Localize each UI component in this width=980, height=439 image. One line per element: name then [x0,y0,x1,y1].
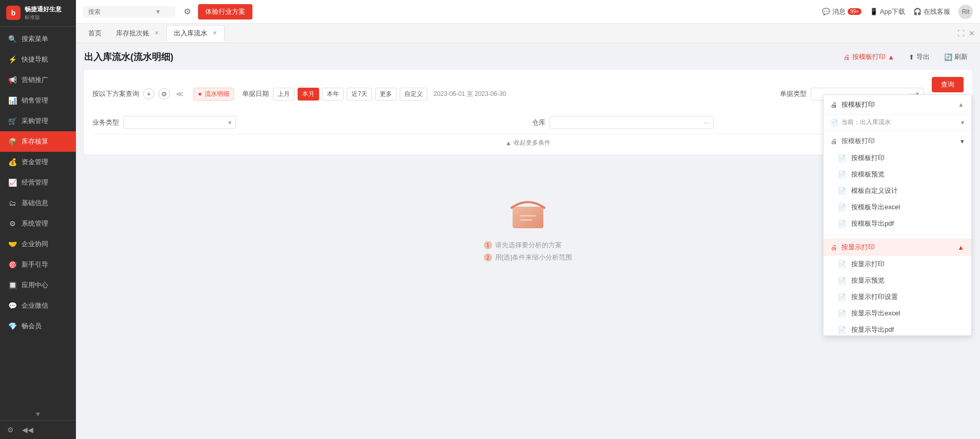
dropdown-chevron-up-icon: ▲ [958,101,964,108]
sidebar-item-quick-nav[interactable]: ⚡快捷导航 [0,49,76,70]
app-download-item[interactable]: 📱 App下载 [870,7,905,16]
template-section-header[interactable]: 🖨按模板打印▾ [824,132,971,150]
current-label: 📄 当前：出入库流水 ▾ [824,115,971,130]
display-item-icon: 📄 [838,293,846,301]
type-filter-label: 单据类型 [780,89,807,98]
dropdown-header[interactable]: 🖨 按模板打印 ▲ [824,95,971,115]
warehouse-input[interactable] [554,118,704,126]
sidebar-item-purchase[interactable]: 🛒采购管理 [0,111,76,131]
headset-icon: 🎧 [913,8,922,15]
display-item-icon: 📄 [838,310,846,317]
date-btn-近7天[interactable]: 近7天 [347,88,372,101]
empty-tips: 1请先选择要分析的方案2用[选]条件来缩小分析范围 [484,241,572,265]
display-item-icon: 📄 [838,277,846,285]
date-btn-本月[interactable]: 本月 [298,88,319,101]
inventory-icon: 📦 [7,136,17,147]
template-dropdown-item[interactable]: 📄按模板预览 [824,166,971,183]
page-actions: 🖨 按模板打印 ▲ ⬆ 导出 🔄 刷新 [839,50,972,64]
date-btn-自定义[interactable]: 自定义 [400,88,427,101]
display-dropdown-item[interactable]: 📄按显示预览 [824,272,971,289]
tab-home[interactable]: 首页 [81,25,109,42]
display-section-header[interactable]: 🖨 按显示打印 ▲ [824,238,971,256]
divider-1 [824,235,971,235]
sidebar-item-app-center[interactable]: 🔲应用中心 [0,275,76,295]
empty-tip-item: 1请先选择要分析的方案 [484,241,572,250]
display-dropdown-item[interactable]: 📄按显示导出excel [824,305,971,322]
date-btn-更多[interactable]: 更多 [375,88,397,101]
sidebar-item-finance[interactable]: 💰资金管理 [0,152,76,172]
online-service-item[interactable]: 🎧 在线客服 [913,7,950,16]
user-item[interactable]: Rit [958,5,973,19]
header-search[interactable]: ▼ [83,6,175,17]
sidebar-item-marketing[interactable]: 📢营销推广 [0,70,76,90]
filter-settings-button[interactable]: ⚙ [159,88,170,99]
tab-close-batch-account[interactable]: ✕ [154,30,159,36]
date-btn-本年[interactable]: 本年 [322,88,344,101]
guide-icon: 🎯 [7,260,17,270]
sidebar-item-vip[interactable]: 💎畅会员 [0,316,76,336]
date-buttons: 上月本月本年近7天更多自定义 [273,88,427,101]
filter-section-label: 按以下方案查询 [92,89,139,98]
tab-close-inout-flow[interactable]: ✕ [212,30,217,36]
sidebar-item-basic-info[interactable]: 🗂基础信息 [0,193,76,213]
sidebar-nav: 🔍搜索菜单⚡快捷导航📢营销推广📊销售管理🛒采购管理📦库存核算💰资金管理📈经营管理… [0,27,76,408]
page-content: 出入库流水(流水明细) 🖨 按模板打印 ▲ ⬆ 导出 🔄 刷新 [76,43,980,439]
sidebar-item-system[interactable]: ⚙系统管理 [0,213,76,234]
close-icon[interactable]: ✕ [969,29,975,37]
dropdown-scroll: 🖨按模板打印▾📄按模板打印📄按模板预览📄模板自定义设计📄按模板导出excel📄按… [824,130,971,335]
tab-inout-flow[interactable]: 出入库流水✕ [166,25,225,42]
date-filter-label: 单据日期 [242,89,269,98]
filter-left: 按以下方案查询 + ⚙ ≪ [92,88,185,99]
sidebar-item-enterprise[interactable]: 🤝企业协同 [0,234,76,254]
sidebar: b 畅捷通好生意 标准版 🔍搜索菜单⚡快捷导航📢营销推广📊销售管理🛒采购管理📦库… [0,0,76,439]
business-type-input[interactable] [128,118,228,126]
tab-label-home: 首页 [88,29,102,38]
display-dropdown-item[interactable]: 📄按显示打印 [824,256,971,272]
filter-add-button[interactable]: + [143,88,154,99]
sidebar-item-sales[interactable]: 📊销售管理 [0,90,76,111]
search-dropdown-icon: ▼ [155,8,161,15]
sidebar-item-wechat[interactable]: 💬企业微信 [0,295,76,316]
tip-num-2: 2 [484,253,492,262]
sidebar-item-inventory[interactable]: 📦库存核算 [0,131,76,152]
template-item-icon: 📄 [838,154,846,162]
collapse-icon[interactable]: ◀◀ [22,426,33,434]
business-type-field[interactable]: ▾ [123,116,236,129]
top-header: ▼ ⚙ 体验行业方案 💬 消息 99+ 📱 App下载 🎧 在线客服 Rit [76,0,980,24]
dropdown-header-left: 🖨 按模板打印 [831,100,875,109]
message-item[interactable]: 💬 消息 99+ [822,7,861,16]
wechat-icon: 💬 [7,301,17,311]
trial-button[interactable]: 体验行业方案 [198,4,252,19]
filter-active-tag[interactable]: ● 流水明细 [193,88,234,101]
message-badge: 99+ [848,8,861,15]
filter-collapse-button[interactable]: ≪ [174,88,185,99]
sidebar-scroll-down[interactable]: ▼ [0,408,76,420]
settings-icon[interactable]: ⚙ [7,426,14,434]
refresh-btn[interactable]: 🔄 刷新 [940,50,972,64]
template-chevron-icon: ▾ [961,137,964,145]
sidebar-item-operations[interactable]: 📈经营管理 [0,172,76,193]
export-btn[interactable]: ⬆ 导出 [905,50,934,64]
tab-batch-account[interactable]: 库存批次账✕ [109,25,166,42]
date-btn-上月[interactable]: 上月 [273,88,295,101]
print-template-btn[interactable]: 🖨 按模板打印 ▲ [839,50,898,64]
maximize-icon[interactable]: ⛶ [957,29,965,37]
sidebar-item-search-menu[interactable]: 🔍搜索菜单 [0,29,76,49]
search-input[interactable] [88,8,155,15]
sidebar-logo: b 畅捷通好生意 标准版 [0,0,76,27]
business-type-label: 业务类型 [92,118,119,127]
header-right: 💬 消息 99+ 📱 App下载 🎧 在线客服 Rit [822,5,973,19]
template-dropdown-item[interactable]: 📄模板自定义设计 [824,183,971,199]
collapse-button[interactable]: ▲ 收起更多条件 [505,138,551,147]
display-dropdown-item[interactable]: 📄按显示打印设置 [824,289,971,305]
template-dropdown-item[interactable]: 📄按模板打印 [824,150,971,166]
sidebar-item-guide[interactable]: 🎯新手引导 [0,254,76,275]
gear-icon[interactable]: ⚙ [184,7,191,16]
marketing-icon: 📢 [7,75,17,85]
query-button[interactable]: 查询 [932,77,964,92]
template-dropdown-item[interactable]: 📄按模板导出pdf [824,215,971,232]
display-dropdown-item[interactable]: 📄按显示导出pdf [824,322,971,335]
logo-icon: b [6,6,21,20]
template-dropdown-item[interactable]: 📄按模板导出excel [824,199,971,215]
warehouse-field[interactable]: ··· [550,116,714,129]
